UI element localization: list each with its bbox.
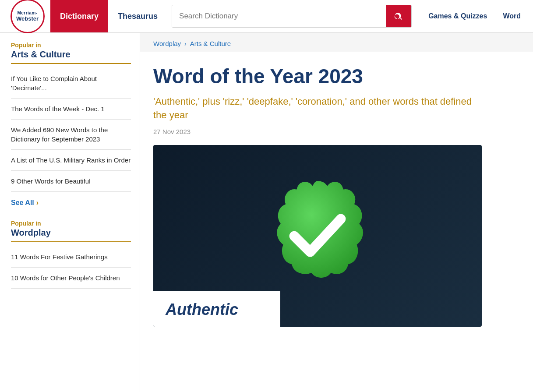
nav-thesaurus[interactable]: Thesaurus	[108, 0, 167, 32]
breadcrumb: Wordplay › Arts & Culture	[140, 33, 533, 52]
sidebar: Popular in Arts & Culture If You Like to…	[0, 33, 140, 392]
sidebar-popular-label-2: Popular in	[11, 220, 131, 227]
breadcrumb-wordplay[interactable]: Wordplay	[153, 40, 181, 47]
see-all-text: See All	[11, 199, 34, 207]
search-bar	[172, 5, 412, 28]
logo[interactable]: Merriam- Webster	[4, 0, 50, 33]
sidebar-item-festive[interactable]: 11 Words For Festive Gatherings	[11, 247, 131, 268]
main-content: Wordplay › Arts & Culture Word of the Ye…	[140, 33, 533, 392]
sidebar-item-military-ranks[interactable]: A List of The U.S. Military Ranks in Ord…	[11, 150, 131, 171]
nav-dictionary[interactable]: Dictionary	[50, 0, 108, 32]
sidebar-item-decimate[interactable]: If You Like to Complain About 'Decimate'…	[11, 68, 131, 99]
sidebar-section-wordplay: Popular in Wordplay 11 Words For Festive…	[11, 220, 131, 289]
verified-badge-icon	[256, 175, 379, 297]
sidebar-item-peoples-children[interactable]: 10 Words for Other People's Children	[11, 268, 131, 289]
nav-word[interactable]: Word	[495, 12, 529, 20]
breadcrumb-separator: ›	[184, 40, 187, 47]
search-input[interactable]	[172, 5, 386, 27]
article: Word of the Year 2023 'Authentic,' plus …	[140, 52, 533, 327]
chevron-right-icon: ›	[36, 199, 39, 207]
search-button[interactable]	[386, 5, 411, 27]
sidebar-section-arts: Popular in Arts & Culture If You Like to…	[11, 42, 131, 192]
sidebar-arts-culture-title: Arts & Culture	[11, 49, 131, 64]
search-icon	[394, 11, 403, 21]
see-all-link[interactable]: See All ›	[11, 199, 131, 207]
article-image: Authentic	[153, 145, 482, 327]
authentic-word: Authentic	[166, 300, 238, 318]
nav-games[interactable]: Games & Quizzes	[420, 12, 495, 20]
sidebar-item-690-words[interactable]: We Added 690 New Words to the Dictionary…	[11, 120, 131, 150]
article-subtitle: 'Authentic,' plus 'rizz,' 'deepfake,' 'c…	[153, 95, 477, 122]
header: Merriam- Webster Dictionary Thesaurus Ga…	[0, 0, 533, 33]
authentic-overlay: Authentic	[153, 291, 280, 327]
breadcrumb-arts-culture[interactable]: Arts & Culture	[190, 40, 231, 47]
logo-circle: Merriam- Webster	[11, 0, 45, 33]
sidebar-popular-label-1: Popular in	[11, 42, 131, 49]
nav-right: Games & Quizzes Word	[416, 12, 529, 20]
layout: Popular in Arts & Culture If You Like to…	[0, 33, 533, 392]
sidebar-item-beautiful[interactable]: 9 Other Words for Beautiful	[11, 171, 131, 192]
sidebar-wordplay-title: Wordplay	[11, 228, 131, 242]
sidebar-item-words-week[interactable]: The Words of the Week - Dec. 1	[11, 99, 131, 120]
article-title: Word of the Year 2023	[153, 65, 520, 88]
article-date: 27 Nov 2023	[153, 128, 520, 135]
logo-text-top: Merriam-	[17, 11, 37, 15]
logo-text-bottom: Webster	[16, 15, 39, 22]
